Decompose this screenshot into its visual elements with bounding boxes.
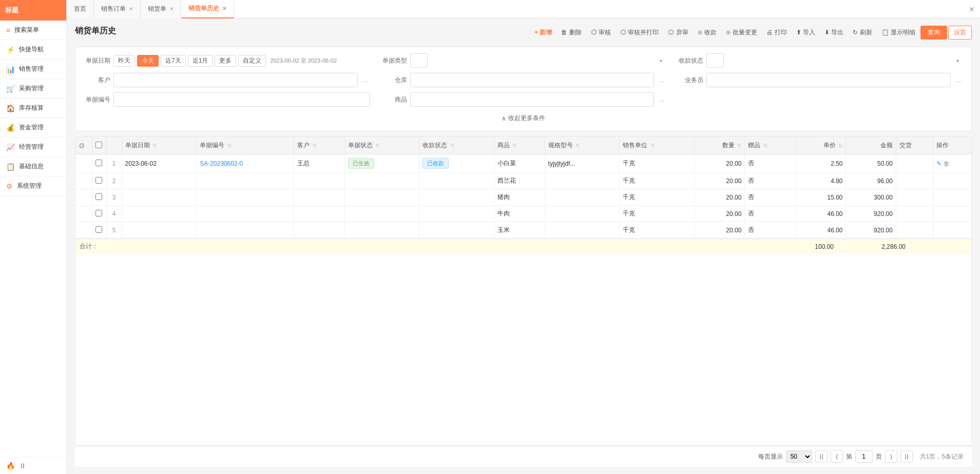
date-btn-1month[interactable]: 近1月 [188, 55, 213, 67]
setting-button[interactable]: 设置 [948, 26, 972, 40]
row-checkbox-4[interactable] [95, 226, 102, 233]
tab-bar-close[interactable]: ✕ [964, 5, 980, 13]
page-size-select[interactable]: 50 20 100 [786, 450, 812, 463]
date-btn-7days[interactable]: 近7天 [161, 55, 186, 67]
tab-sales-delivery-close[interactable]: ✕ [169, 6, 174, 12]
cell-2-1: 3 [106, 189, 122, 206]
date-btn-more[interactable]: 更多 [215, 55, 236, 67]
doc-no-link-0[interactable]: SA-20230602-0 [200, 160, 243, 167]
cell-2-5 [344, 189, 419, 206]
sort-doc-status-icon[interactable]: ⇅ [375, 143, 379, 148]
export-button[interactable]: ⬇ 导出 [820, 26, 848, 39]
delete-icon-0[interactable]: 🗑 [944, 160, 950, 167]
cell-4-14 [896, 222, 933, 239]
refresh-button[interactable]: ↻ 刷新 [849, 26, 876, 39]
sort-doc-no-icon[interactable]: ⇅ [227, 143, 232, 148]
sort-unit-price-icon[interactable]: ⇅ [838, 143, 842, 148]
tab-sales-history-close[interactable]: ✕ [222, 6, 226, 11]
sidebar-item-inventory[interactable]: 🏠 库存核算 [0, 98, 66, 118]
salesperson-dots[interactable]: ... [954, 76, 963, 84]
doc-type-select[interactable] [410, 53, 428, 68]
new-button[interactable]: + 新增 [530, 26, 556, 39]
row-checkbox-3[interactable] [95, 210, 102, 216]
sidebar-item-operations[interactable]: 📈 经营管理 [0, 137, 66, 157]
page-number-input[interactable] [855, 450, 873, 463]
audit-print-button[interactable]: ◎ 审核并打印 [616, 26, 663, 39]
abandon-button[interactable]: ◎ 弃审 [664, 26, 692, 39]
sidebar-item-system-mgmt[interactable]: ⚙ 系统管理 [0, 176, 66, 196]
cell-1-10: 20.00 [694, 173, 745, 189]
sort-customer-icon[interactable]: ⇅ [313, 143, 317, 148]
select-all-checkbox[interactable] [95, 142, 102, 148]
cell-1-4 [294, 173, 345, 189]
tab-sales-order-close[interactable]: ✕ [129, 6, 133, 12]
row-checkbox-1[interactable] [95, 177, 102, 184]
col-gift: 赠品 ⇅ [745, 137, 796, 154]
edit-icon-0[interactable]: ✎ [936, 160, 941, 167]
col-amount: 金额 [846, 137, 896, 154]
sidebar-item-finance[interactable]: 💰 资金管理 [0, 118, 66, 137]
sidebar-item-basic-info[interactable]: 📋 基础信息 [0, 157, 66, 176]
display-button[interactable]: 📋 显示明细 [877, 26, 919, 39]
collect-button[interactable]: ⊙ 收款 [694, 26, 721, 39]
customer-input[interactable] [113, 73, 358, 87]
pause-icon[interactable]: ⏸ [19, 462, 26, 470]
sidebar-item-search-menu[interactable]: ≡ 搜索菜单 [0, 21, 66, 40]
sort-spec-icon[interactable]: ⇅ [575, 143, 580, 148]
sidebar-item-sales-mgmt[interactable]: 📊 销售管理 [0, 60, 66, 79]
sidebar-item-label: 基础信息 [19, 162, 44, 171]
warehouse-dots[interactable]: ... [657, 76, 666, 84]
sort-doc-date-icon[interactable]: ⇅ [152, 143, 157, 148]
product-dots[interactable]: ... [657, 96, 666, 103]
date-btn-custom[interactable]: 自定义 [238, 55, 266, 67]
sort-quantity-icon[interactable]: ⇅ [737, 143, 741, 148]
col-doc-no-label: 单据编号 [200, 142, 224, 149]
customer-dots[interactable]: ... [361, 76, 370, 84]
cell-4-1: 5 [106, 222, 122, 239]
col-rownum [106, 137, 122, 154]
delete-button[interactable]: 🗑 删除 [557, 26, 585, 39]
warehouse-input[interactable] [410, 73, 655, 87]
sidebar-item-quick-nav[interactable]: ⚡ 快捷导航 [0, 40, 66, 60]
cell-1-2 [122, 173, 197, 189]
first-page-button[interactable]: ⟨⟨ [815, 450, 828, 463]
cell-1-6 [419, 173, 494, 189]
sidebar-item-label: 采购管理 [19, 84, 44, 93]
cell-2-3 [197, 189, 294, 206]
cell-0-8: tyjyjtyjdf... [545, 154, 620, 173]
tab-home[interactable]: 首页 [67, 0, 94, 18]
sort-gift-icon[interactable]: ⇅ [763, 143, 767, 148]
doc-no-input[interactable] [113, 92, 370, 107]
query-button[interactable]: 查询 [920, 26, 947, 40]
last-page-button[interactable]: ⟩⟩ [900, 450, 913, 463]
tab-sales-delivery[interactable]: 销货单 ✕ [141, 0, 181, 18]
prev-page-button[interactable]: ⟨ [831, 450, 843, 463]
column-setting-icon[interactable]: ⚙ [79, 142, 85, 150]
batch-change-button[interactable]: ⊙ 批量变更 [722, 26, 761, 39]
next-page-button[interactable]: ⟩ [885, 450, 897, 463]
row-checkbox-0[interactable] [95, 160, 102, 166]
collapse-button[interactable]: ∧ 收起更多条件 [84, 112, 963, 125]
content-area: 销货单历史 + 新增 🗑 删除 ◎ 审核 ◎ 审核并打印 ◎ 弃审 ⊙ 收款 ⊙… [67, 18, 980, 474]
sort-collect-status-icon[interactable]: ⇅ [450, 143, 454, 148]
date-btn-today[interactable]: 今天 [137, 55, 159, 67]
cell-1-9: 千克 [620, 173, 695, 189]
header-actions: + 新增 🗑 删除 ◎ 审核 ◎ 审核并打印 ◎ 弃审 ⊙ 收款 ⊙ 批量变更 … [530, 26, 972, 40]
import-button[interactable]: ⬆ 导入 [792, 26, 819, 39]
cell-1-3 [197, 173, 294, 189]
tab-sales-history[interactable]: 销货单历史 ✕ [181, 0, 234, 18]
fire-icon[interactable]: 🔥 [6, 462, 15, 470]
basic-info-icon: 📋 [6, 163, 15, 171]
sidebar-item-purchase-mgmt[interactable]: 🛒 采购管理 [0, 79, 66, 98]
salesperson-input[interactable] [706, 73, 951, 87]
product-input[interactable] [410, 92, 655, 107]
print-button[interactable]: 🖨 打印 [762, 26, 791, 39]
tab-sales-order[interactable]: 销售订单 ✕ [94, 0, 141, 18]
date-btn-yesterday[interactable]: 昨天 [113, 55, 135, 67]
sort-product-icon[interactable]: ⇅ [512, 143, 516, 148]
operations-icon: 📈 [6, 143, 15, 151]
collect-status-select[interactable] [706, 53, 724, 68]
sort-unit-icon[interactable]: ⇅ [650, 143, 655, 148]
row-checkbox-2[interactable] [95, 193, 102, 200]
audit-button[interactable]: ◎ 审核 [587, 26, 615, 39]
